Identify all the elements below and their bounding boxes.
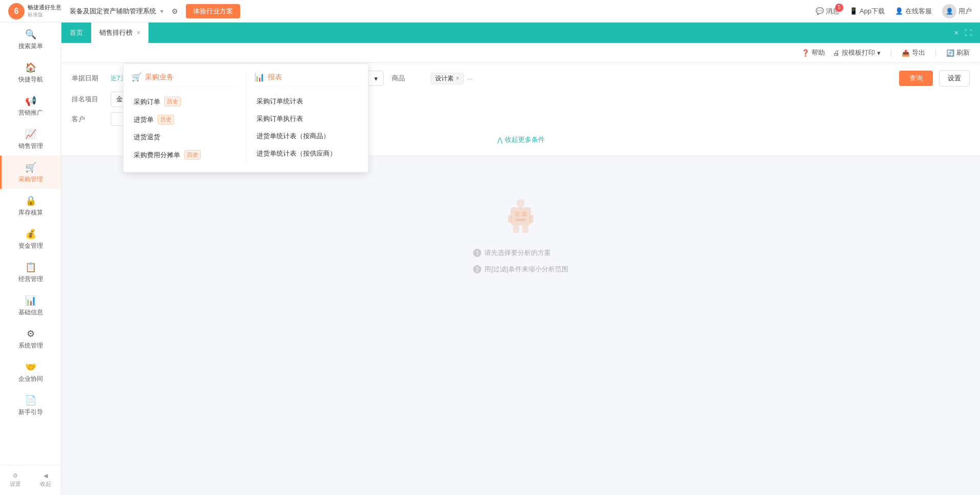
purchase-order-history: 历史 (164, 97, 181, 106)
tab-close-icon[interactable]: × (137, 29, 140, 36)
purchase-order-stat-label: 采购订单统计表 (257, 97, 303, 106)
menu-item-goods-receipt[interactable]: 进货单 历史 (132, 111, 238, 128)
menu-item-purchase-cost[interactable]: 采购费用分摊单 历史 (132, 146, 238, 164)
purchase-order-label: 采购订单 (134, 97, 160, 106)
goods-stat-supplier-label: 进货单统计表（按供应商） (257, 149, 336, 158)
home-icon: 🏠 (25, 62, 36, 73)
sidebar-label-system: 系统管理 (18, 341, 43, 350)
sidebar-label-search: 搜索菜单 (18, 42, 43, 51)
help-icon: ❓ (801, 49, 809, 57)
sidebar-item-management[interactable]: 📋 经营管理 (0, 255, 61, 289)
sidebar-item-enterprise[interactable]: 🤝 企业协同 (0, 355, 61, 389)
home-tab-label: 首页 (70, 28, 83, 37)
menu-section-purchase: 🛒 采购业务 采购订单 历史 进货单 历史 进货退货 (123, 72, 246, 164)
user-action[interactable]: 👤 用户 (942, 4, 972, 18)
tab-home[interactable]: 首页 (61, 23, 91, 43)
collapse-icon: ◀ (44, 472, 48, 479)
menu-item-goods-stat-by-product[interactable]: 进货单统计表（按商品） (254, 127, 360, 145)
purchase-section-icon: 🛒 (132, 72, 142, 82)
export-icon: 📤 (902, 49, 910, 57)
menu-item-purchase-order-exec[interactable]: 采购订单执行表 (254, 110, 360, 127)
sidebar-label-inventory: 库存核算 (18, 208, 43, 217)
sidebar-label-nav: 快捷导航 (18, 75, 43, 84)
online-service-action[interactable]: 👤 在线客服 (895, 7, 932, 16)
system-dropdown-arrow[interactable]: ▾ (160, 8, 163, 15)
tab-bar-right: × ⛶ (952, 27, 980, 39)
purchase-icon: 🛒 (25, 162, 36, 173)
purchase-title-text: 采购业务 (145, 73, 174, 82)
enterprise-icon: 🤝 (25, 361, 36, 373)
sidebar-settings-btn[interactable]: ⚙ 设置 (0, 469, 31, 491)
tab-close-window-icon[interactable]: × (952, 27, 961, 39)
report-section-icon: 📊 (254, 72, 265, 82)
sidebar-item-search[interactable]: 🔍 搜索菜单 (0, 23, 61, 56)
menu-overlay: 🛒 采购业务 采购订单 历史 进货单 历史 进货退货 (61, 63, 980, 495)
sidebar-label-management: 经营管理 (18, 275, 43, 284)
sales-rank-tab-label: 销售排行榜 (99, 28, 133, 37)
refresh-action[interactable]: 🔄 刷新 (946, 48, 970, 57)
menu-item-goods-stat-by-supplier[interactable]: 进货单统计表（按供应商） (254, 145, 360, 162)
user-label: 用户 (958, 7, 972, 16)
refresh-icon: 🔄 (946, 49, 954, 57)
sidebar-item-sales[interactable]: 📈 销售管理 (0, 122, 61, 156)
menu-item-goods-return[interactable]: 进货退货 (132, 128, 238, 146)
settings-icon[interactable]: ⚙ (167, 4, 182, 18)
service-icon: 👤 (895, 7, 903, 15)
header-right: 💬 消息 5 📱 App下载 👤 在线客服 👤 用户 (816, 4, 972, 18)
sidebar-label-basic: 基础信息 (18, 308, 43, 317)
system-name: 装备及固定资产辅助管理系统 (70, 7, 156, 16)
settings-label: 设置 (10, 480, 21, 488)
tab-maximize-icon[interactable]: ⛶ (963, 27, 974, 39)
menu-item-purchase-order[interactable]: 采购订单 历史 (132, 93, 238, 111)
content-area: 首页 销售排行榜 × × ⛶ ❓ 帮助 🖨 按模板打印 (61, 23, 980, 495)
finance-icon: 💰 (25, 228, 36, 240)
print-dropdown-icon[interactable]: ▾ (877, 49, 881, 57)
sidebar-item-basic[interactable]: 📊 基础信息 (0, 289, 61, 322)
sidebar-item-guide[interactable]: 📄 新手引导 (0, 389, 61, 422)
phone-icon: 📱 (849, 7, 858, 15)
sidebar-item-purchase[interactable]: 🛒 采购管理 (0, 156, 61, 189)
inventory-icon: 🔒 (25, 195, 36, 206)
collapse-label: 收起 (40, 480, 51, 488)
logo-text: 畅捷通好生意 (28, 4, 61, 11)
sidebar-item-nav[interactable]: 🏠 快捷导航 (0, 56, 61, 89)
message-action[interactable]: 💬 消息 5 (816, 7, 839, 16)
app-download-action[interactable]: 📱 App下载 (849, 7, 885, 16)
report-section-title: 📊 报表 (254, 72, 360, 87)
industry-btn[interactable]: 体验行业方案 (186, 4, 240, 18)
main-layout: 🔍 搜索菜单 🏠 快捷导航 📢 营销推广 📈 销售管理 🛒 采购管理 🔒 库存核… (0, 23, 980, 495)
sidebar-item-system[interactable]: ⚙ 系统管理 (0, 322, 61, 355)
sidebar-item-inventory[interactable]: 🔒 库存核算 (0, 189, 61, 222)
page-content: ❓ 帮助 🖨 按模板打印 ▾ 📤 导出 🔄 刷新 (61, 43, 980, 495)
user-avatar: 👤 (942, 4, 956, 18)
management-icon: 📋 (25, 262, 36, 273)
message-icon: 💬 (816, 7, 824, 15)
gear-icon: ⚙ (13, 472, 18, 479)
sidebar-item-finance[interactable]: 💰 资金管理 (0, 222, 61, 255)
menu-item-purchase-order-stat[interactable]: 采购订单统计表 (254, 93, 360, 110)
print-label: 按模板打印 (842, 48, 875, 57)
tab-sales-rank[interactable]: 销售排行榜 × (91, 23, 148, 43)
search-icon: 🔍 (25, 29, 36, 40)
sales-icon: 📈 (25, 128, 36, 140)
sidebar-label-guide: 新手引导 (18, 408, 43, 417)
divider-2 (935, 49, 936, 56)
help-action[interactable]: ❓ 帮助 (801, 48, 825, 57)
message-badge: 5 (835, 4, 843, 12)
sidebar-collapse-btn[interactable]: ◀ 收起 (31, 469, 61, 491)
guide-icon: 📄 (25, 395, 36, 406)
export-action[interactable]: 📤 导出 (902, 48, 925, 57)
basic-icon: 📊 (25, 295, 36, 306)
header-center: 装备及固定资产辅助管理系统 ▾ ⚙ 体验行业方案 (70, 4, 816, 18)
menu-section-report: 📊 报表 采购订单统计表 采购订单执行表 进货单统计表（按商品） (246, 72, 369, 164)
service-label: 在线客服 (905, 7, 932, 16)
goods-receipt-history: 历史 (158, 115, 174, 124)
sidebar-item-marketing[interactable]: 📢 营销推广 (0, 89, 61, 122)
logo-area: 6 畅捷通好生意 标准版 (8, 3, 70, 19)
sidebar-bottom: ⚙ 设置 ◀ 收起 (0, 465, 61, 495)
print-action[interactable]: 🖨 按模板打印 ▾ (833, 48, 881, 57)
goods-receipt-label: 进货单 (134, 115, 154, 124)
refresh-label: 刷新 (956, 48, 970, 57)
logo-badge: 标准版 (28, 11, 61, 18)
sidebar-label-finance: 资金管理 (18, 242, 43, 250)
